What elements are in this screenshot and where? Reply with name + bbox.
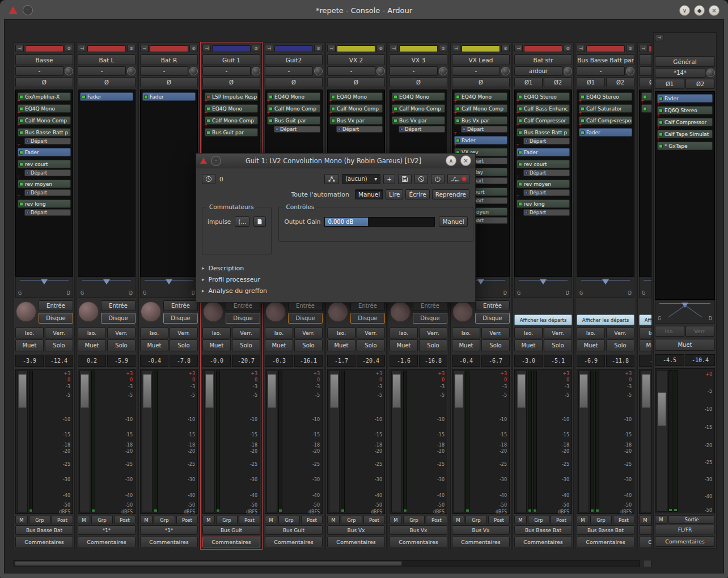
isolate-button[interactable]: Iso. — [639, 328, 652, 338]
processor-active-led[interactable] — [269, 95, 273, 99]
processor-active-led[interactable] — [518, 107, 522, 110]
input-select[interactable]: - — [15, 66, 64, 76]
record-arm-button[interactable] — [87, 45, 126, 52]
gain-fader[interactable] — [204, 371, 215, 512]
strip-hide-icon[interactable]: ⊣ — [327, 45, 336, 52]
isolate-button[interactable]: Iso. — [140, 328, 168, 338]
disk-button[interactable]: Disque — [413, 313, 447, 324]
output-gain-slider[interactable]: 0.000 dB — [324, 217, 435, 227]
strip-name-button[interactable]: Bat str — [514, 54, 572, 65]
processor-send[interactable]: Bus Guit par — [205, 128, 258, 137]
solo-button[interactable]: Solo — [107, 339, 136, 351]
meter-post-button[interactable]: Post — [363, 516, 385, 524]
strip-name-button[interactable] — [639, 54, 652, 65]
disk-button[interactable]: Disque — [163, 313, 198, 324]
processor-active-led[interactable] — [659, 132, 663, 136]
processor-fader[interactable]: Fader — [18, 148, 71, 156]
processor-active-led[interactable] — [393, 95, 397, 99]
processor-active-led[interactable] — [400, 128, 403, 131]
record-arm-button[interactable] — [212, 45, 251, 52]
processor-plugin[interactable]: EQ4Q Mono — [18, 104, 71, 113]
preset-select[interactable]: (aucun) ▾ — [342, 174, 380, 184]
processor-active-led[interactable] — [518, 182, 522, 186]
window-menu-icon[interactable]: · — [23, 5, 33, 15]
processor-depart[interactable]: Départ — [461, 126, 507, 133]
processor-depart[interactable]: Départ — [24, 189, 71, 196]
dialog-shade-button[interactable]: ∧ — [446, 155, 456, 166]
strip-hide-icon[interactable]: ⊣ — [202, 45, 211, 52]
strip-name-button[interactable]: Basse — [15, 54, 73, 65]
processor-active-led[interactable] — [206, 107, 210, 110]
trim-knob[interactable] — [376, 67, 385, 75]
processor-active-led[interactable] — [26, 211, 29, 214]
gain-display[interactable]: -0.4 — [140, 355, 168, 367]
strip-name-button[interactable]: Bat L — [78, 54, 136, 65]
processor-fader[interactable]: Fader — [657, 94, 713, 103]
gain-display[interactable]: 0.2 — [78, 355, 106, 367]
comments-button[interactable]: Commentaires — [577, 537, 634, 547]
processor-fader[interactable]: Fader — [579, 128, 632, 137]
strip-hide-icon[interactable]: ⊣ — [655, 34, 663, 41]
show-sends-button[interactable]: Afficher les départs — [514, 314, 572, 325]
peak-display[interactable]: -5.9 — [107, 355, 136, 367]
gain-display[interactable]: -0.3 — [265, 355, 293, 367]
output-button[interactable]: Bus Vx — [390, 525, 447, 535]
processor-box[interactable]: FaderEQ6Q StereoCalf CompressorCalf Tape… — [655, 91, 715, 300]
processor-depart[interactable]: Départ — [24, 169, 71, 176]
processor-active-led[interactable] — [581, 130, 585, 134]
lock-button[interactable]: Verr. — [45, 328, 73, 338]
power-icon[interactable] — [431, 174, 445, 184]
processor-active-led[interactable] — [518, 95, 522, 99]
processor-plugin[interactable]: Calf Compressor — [517, 116, 570, 125]
processor-active-led[interactable] — [206, 95, 210, 99]
trim-knob[interactable] — [65, 67, 73, 75]
lock-button[interactable]: Verr. — [685, 326, 715, 337]
processor-box[interactable]: EQ4Q StereoCalf SaturatorCalf Comp<respo… — [577, 90, 634, 277]
processor-active-led[interactable] — [19, 182, 23, 186]
input-gain-knob[interactable] — [78, 301, 99, 322]
strip-hide-icon[interactable]: ⊣ — [390, 45, 398, 52]
record-arm-button[interactable] — [150, 45, 188, 52]
processor-plugin[interactable]: Calf Mono Comp — [205, 116, 258, 125]
processor-plugin[interactable]: LSP Impulse Resp — [205, 92, 258, 101]
processor-active-led[interactable] — [456, 118, 460, 122]
metering-point-button[interactable]: M — [514, 516, 527, 524]
gain-fader[interactable] — [79, 371, 90, 512]
output-button[interactable]: Bus Vx — [327, 525, 385, 535]
gain-display[interactable]: -4.5 — [655, 354, 684, 366]
processor-active-led[interactable] — [643, 107, 647, 110]
processor-depart[interactable]: Départ — [523, 189, 570, 196]
lock-button[interactable]: Verr. — [294, 328, 323, 338]
group-button[interactable]: Grp — [278, 516, 300, 524]
disk-button[interactable]: Disque — [288, 313, 323, 324]
processor-plugin[interactable]: * GxTape — [657, 142, 713, 150]
processor-depart[interactable]: Départ — [399, 126, 445, 133]
comments-button[interactable]: Commentaires — [202, 537, 260, 547]
gain-display[interactable]: -3.0 — [514, 355, 543, 367]
phase-button-1[interactable]: Ø1 — [639, 77, 652, 87]
input-button[interactable]: Entrée — [163, 300, 198, 311]
metering-point-button[interactable]: M — [452, 516, 464, 524]
processor-plugin[interactable]: EQ4Q Mono — [329, 92, 383, 101]
processor-active-led[interactable] — [26, 140, 29, 143]
mute-button[interactable]: Muet — [15, 339, 44, 351]
pan-handle-icon[interactable] — [166, 279, 172, 284]
mute-button[interactable]: Muet — [390, 339, 418, 351]
processor-active-led[interactable] — [525, 172, 528, 175]
gain-mode-button[interactable]: Manuel — [439, 216, 467, 227]
gain-display[interactable]: -2 — [639, 355, 652, 367]
gain-display[interactable]: -0.4 — [452, 355, 480, 367]
lock-button[interactable]: Verr. — [107, 328, 136, 338]
processor-active-led[interactable] — [525, 211, 528, 214]
pan-control[interactable]: G D — [514, 277, 572, 298]
pan-control[interactable]: G D — [78, 277, 136, 298]
trim-knob[interactable] — [626, 67, 634, 75]
strip-hide-icon[interactable]: ⊣ — [78, 45, 86, 52]
processor-active-led[interactable] — [659, 144, 663, 148]
processor-active-led[interactable] — [643, 95, 647, 99]
mute-button[interactable]: Muet — [639, 339, 652, 351]
input-gain-knob[interactable] — [452, 301, 473, 322]
group-button[interactable]: Grp — [403, 516, 425, 524]
comments-button[interactable]: Commentaires — [655, 536, 715, 547]
comments-button[interactable]: Commentaires — [514, 537, 572, 547]
